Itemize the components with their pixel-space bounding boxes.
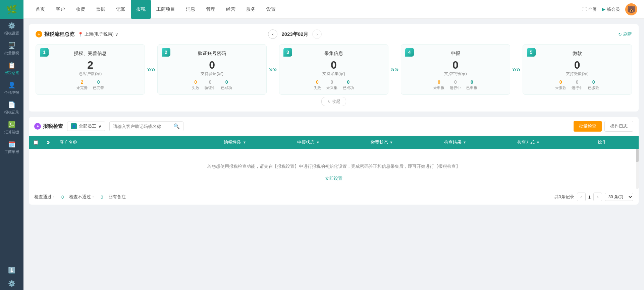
step-2-sub: 支持验证(家): [163, 71, 261, 77]
nav-invoice[interactable]: 票据: [91, 0, 111, 19]
collapse-up-icon: ∧: [327, 99, 330, 104]
step-2-num: 2: [162, 48, 170, 57]
th-declaration-status: 申报状态 ▼: [272, 136, 345, 149]
nav-fee[interactable]: 收费: [70, 0, 91, 19]
sidebar-item-settings-bottom[interactable]: ⚙️: [0, 277, 23, 290]
sidebar-item-annual-report[interactable]: 🗓️ 工商年报: [0, 137, 23, 157]
month-navigator: ‹ 2023年02月 ›: [268, 29, 322, 39]
topbar-right: ⛶ 全屏 ▶ 畅会员 🐻: [582, 3, 637, 15]
step-1-stat-1-label: 已完善: [93, 85, 104, 90]
pass-label: 检查通过：: [34, 194, 56, 200]
annual-report-icon: 🗓️: [8, 141, 15, 148]
sidebar-item-settlement[interactable]: 💹 汇算清缴: [0, 118, 23, 137]
step-4: 4 申报 0 支持申报(家) 0 未申报 0 进行中: [401, 44, 510, 95]
nav-service[interactable]: 服务: [241, 0, 261, 19]
staff-selector[interactable]: 👤 全部员工 ∨: [67, 122, 105, 131]
th-check-method: 检查方式 ▼: [492, 136, 566, 149]
nav-tax[interactable]: 报税: [131, 0, 151, 19]
step-2-stat-0-label: 失败: [192, 85, 199, 90]
nav-business[interactable]: 工商项目: [151, 0, 180, 19]
chevron-down-icon: ∨: [98, 124, 102, 129]
pass-count[interactable]: 0: [61, 195, 64, 200]
step-2-stat-1-label: 验证中: [205, 85, 216, 90]
filter-icon-1[interactable]: ▼: [243, 140, 246, 144]
nav-message[interactable]: 消息: [180, 0, 201, 19]
fail-count[interactable]: 0: [101, 195, 103, 200]
step-4-stat-1: 0 进行中: [450, 79, 461, 90]
first-page-btn[interactable]: ‹: [577, 193, 586, 201]
per-page-select[interactable]: 30 条/页 50 条/页 100 条/页: [605, 193, 633, 201]
step-4-stat-2: 0 已申报: [466, 79, 477, 90]
step-4-stats: 0 未申报 0 进行中 0 已申报: [407, 79, 504, 90]
step-5-sub: 支持缴款(家): [528, 71, 626, 77]
nav-settings[interactable]: 设置: [261, 0, 281, 19]
filter-icon-2[interactable]: ▼: [316, 140, 320, 144]
sidebar-item-batch-tax[interactable]: 🖥️ 批量报税: [0, 39, 23, 58]
step-1-stat-0-num: 2: [81, 79, 84, 85]
settlement-icon: 💹: [8, 121, 15, 128]
tax-check-card: ✦ 报税检查 👤 全部员工 ∨ 🔍 批量检查 操作日志: [29, 117, 639, 205]
steps-row: 1 授权、完善信息 2 总客户数(家) 2 未完善 0 已完善: [36, 44, 632, 95]
step-1-num: 1: [40, 48, 49, 57]
table-header: ⚙ 客户名称 纳税性质 ▼ 申报状态 ▼ 缴费状态 ▼ 检查: [29, 136, 639, 149]
next-month-btn[interactable]: ›: [312, 29, 322, 39]
download-icon: ⬇️: [8, 267, 15, 274]
step-4-num: 4: [405, 48, 414, 57]
step-1-sub: 总客户数(家): [41, 71, 139, 77]
nav-client[interactable]: 客户: [50, 0, 70, 19]
sidebar-item-personal-tax[interactable]: 👤 个税申报: [0, 78, 23, 98]
member-btn[interactable]: ▶ 畅会员: [602, 6, 620, 12]
sidebar-item-download[interactable]: ⬇️: [0, 263, 23, 277]
step-3-num: 3: [283, 48, 292, 57]
operation-log-btn[interactable]: 操作日志: [604, 121, 633, 132]
filter-icon-4[interactable]: ▼: [463, 140, 467, 144]
tax-records-icon: 📄: [8, 101, 15, 108]
chevron-down-icon: ∨: [115, 32, 118, 37]
step-4-stat-2-num: 0: [471, 79, 473, 85]
refresh-btn[interactable]: ↻ 刷新: [618, 31, 632, 37]
fullscreen-btn[interactable]: ⛶ 全屏: [582, 6, 597, 12]
step-5-stat-0-num: 0: [559, 79, 562, 85]
search-button[interactable]: 🔍: [170, 122, 183, 131]
th-checkbox[interactable]: [29, 136, 42, 149]
select-all-checkbox[interactable]: [34, 140, 38, 145]
collapse-btn[interactable]: ∧ 收起: [321, 97, 346, 106]
step-5-stat-2-label: 已缴款: [588, 85, 599, 90]
next-page-btn[interactable]: ›: [593, 193, 602, 201]
nav-accounting[interactable]: 记账: [111, 0, 131, 19]
prev-month-btn[interactable]: ‹: [268, 29, 277, 39]
tax-settings-icon: ⚙️: [8, 22, 15, 29]
total-records: 共0条记录: [554, 194, 574, 200]
sidebar-item-tax-records[interactable]: 📄 报税记录: [0, 98, 23, 118]
nav-operation[interactable]: 经营: [221, 0, 241, 19]
th-gear[interactable]: ⚙: [42, 136, 54, 149]
step-2-title: 验证账号密码: [163, 51, 261, 57]
step-3-sub: 支持采集(家): [285, 71, 383, 77]
nav-management[interactable]: 管理: [201, 0, 221, 19]
step-3-stat-2-num: 0: [347, 79, 350, 85]
location-icon: 📍: [78, 32, 83, 37]
batch-check-btn[interactable]: 批量检查: [574, 121, 602, 132]
settings-bottom-icon: ⚙️: [8, 280, 15, 287]
sidebar-item-tax-overview[interactable]: 📋 报税总览: [0, 58, 23, 78]
step-3-count: 0: [285, 59, 383, 71]
fail-label: 检查不通过：: [69, 194, 95, 200]
filter-icon-5[interactable]: ▼: [536, 140, 540, 144]
search-input[interactable]: [110, 122, 170, 131]
step-5-stat-0-label: 未缴款: [555, 85, 566, 90]
check-header: ✦ 报税检查 👤 全部员工 ∨ 🔍 批量检查 操作日志: [29, 117, 639, 136]
filter-icon-3[interactable]: ▼: [389, 140, 393, 144]
th-client-name: 客户名称: [54, 136, 199, 149]
step-3-stat-0-num: 0: [316, 79, 319, 85]
step-4-stat-0-label: 未申报: [433, 85, 444, 90]
process-overview-card: + 报税流程总览 📍 上海(电子税局) ∨ ‹ 2023年02月 › ↻ 刷新: [29, 24, 639, 112]
nav-home[interactable]: 首页: [30, 0, 50, 19]
empty-message: 若您想使用报税检查功能，请先在【报税设置】中进行报税的初始化设置，完成密码验证和…: [36, 162, 632, 171]
sidebar-item-tax-settings[interactable]: ⚙️ 报税设置: [0, 19, 23, 39]
setup-link[interactable]: 立即设置: [325, 176, 342, 181]
process-title: + 报税流程总览: [36, 31, 74, 38]
location-selector[interactable]: 📍 上海(电子税局) ∨: [78, 31, 118, 37]
table-footer: 检查通过： 0 检查不通过： 0 囧有备注 共0条记录 ‹ 1 › 30 条/页…: [29, 189, 639, 205]
avatar[interactable]: 🐻: [625, 3, 637, 15]
step-5-title: 缴款: [528, 51, 626, 57]
